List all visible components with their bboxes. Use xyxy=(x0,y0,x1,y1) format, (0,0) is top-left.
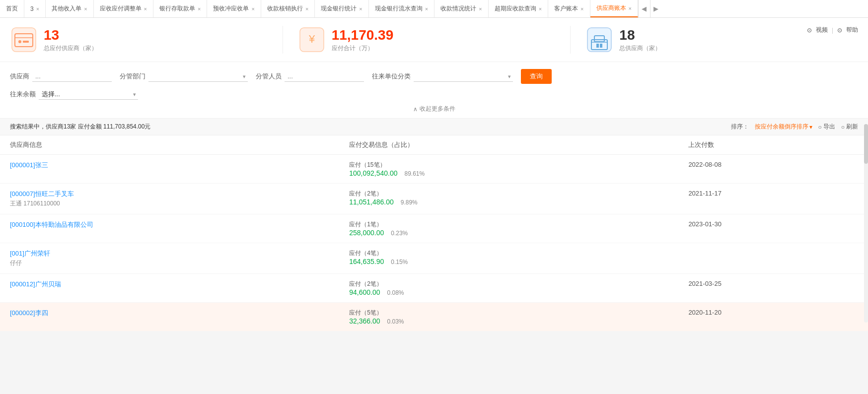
close-icon[interactable]: × xyxy=(36,6,39,12)
nav-prev-arrow[interactable]: ◀ xyxy=(638,0,650,18)
query-button[interactable]: 查询 xyxy=(521,69,552,84)
nav-tab-home[interactable]: 首页 xyxy=(0,0,24,17)
tx-col: 应付（5笔）32,366.000.03% xyxy=(349,309,688,325)
nav-tab-collection-stat[interactable]: 收款情况统计 × xyxy=(434,0,488,17)
tx-label: 应付（15笔） xyxy=(349,161,688,169)
tx-amount[interactable]: 94,600.00 xyxy=(349,288,380,296)
person-input[interactable] xyxy=(285,71,364,82)
nav-tab-cash-bank-stat[interactable]: 现金银行统计 × xyxy=(315,0,368,17)
close-icon[interactable]: × xyxy=(425,6,428,12)
nav-tab-other-income[interactable]: 其他收入单 × xyxy=(46,0,93,17)
tx-amount[interactable]: 258,000.00 xyxy=(349,229,384,237)
close-icon[interactable]: × xyxy=(84,6,87,12)
data-table: 供应商信息 应付交易信息（占比） 上次付数 [000001]张三应付（15笔）1… xyxy=(0,135,868,331)
help-link[interactable]: 帮助 xyxy=(846,26,858,34)
svg-text:¥: ¥ xyxy=(308,33,315,45)
card2-value: 11,170.39 xyxy=(332,27,394,44)
tx-amount[interactable]: 164,635.90 xyxy=(349,258,384,265)
tx-col: 应付（15笔）100,092,540.0089.61% xyxy=(349,161,688,177)
summary-card-suppliers-payable: 13 总应付供应商（家） xyxy=(10,26,283,54)
last-pay-col xyxy=(688,249,858,267)
filter-dept: 分管部门 ▾ xyxy=(120,71,248,82)
close-icon[interactable]: × xyxy=(539,6,542,12)
nav-tab-customer-ledger[interactable]: 客户账本 × xyxy=(548,0,590,17)
supplier-name-link[interactable]: [001]广州荣轩 xyxy=(10,250,50,257)
dept-select[interactable] xyxy=(148,71,248,82)
supplier-name-link[interactable]: [000100]本特勤油品有限公司 xyxy=(10,221,93,228)
nav-next-arrow[interactable]: ▶ xyxy=(650,0,662,18)
supplier-name-link[interactable]: [000007]恒旺二手叉车 xyxy=(10,190,74,197)
filter-balance: 往来余额 选择... ▾ xyxy=(10,89,138,100)
close-icon[interactable]: × xyxy=(198,6,201,12)
refresh-button[interactable]: ○ 刷新 xyxy=(841,123,858,131)
scrollbar-track[interactable] xyxy=(864,124,868,323)
table-row: [000100]本特勤油品有限公司应付（1笔）258,000.000.23%20… xyxy=(0,214,868,243)
nav-tab-prepay-offset[interactable]: 预收冲应收单 × xyxy=(207,0,261,17)
supplier-label: 供应商 xyxy=(10,72,29,81)
last-pay-col: 2020-11-20 xyxy=(688,309,858,325)
tx-percent: 0.23% xyxy=(391,230,408,237)
video-link[interactable]: 视频 xyxy=(816,26,828,34)
tx-amount[interactable]: 32,366.00 xyxy=(349,317,380,325)
filter-row-1: 供应商 分管部门 ▾ 分管人员 往来单位分类 ▾ xyxy=(10,69,858,84)
tx-row: 100,092,540.0089.61% xyxy=(349,169,688,177)
result-actions: 排序： 按应付余额倒序排序 ▾ ○ 导出 ○ 刷新 xyxy=(731,123,859,131)
last-pay-date: 2021-11-17 xyxy=(688,190,722,197)
supplier-col: [000012]广州贝瑞 xyxy=(10,280,349,296)
close-icon[interactable]: × xyxy=(479,6,482,12)
scrollbar-thumb[interactable] xyxy=(864,124,868,164)
balance-select-wrapper: 选择... ▾ xyxy=(39,89,138,100)
export-icon: ○ xyxy=(818,124,822,131)
close-icon[interactable]: × xyxy=(359,6,362,12)
close-icon[interactable]: × xyxy=(580,6,583,12)
card3-label: 总供应商（家） xyxy=(619,44,661,53)
card2-content: 11,170.39 应付合计（万） xyxy=(332,27,394,53)
tx-label: 应付（1笔） xyxy=(349,220,688,229)
card3-value: 18 xyxy=(619,27,661,44)
supplier-name-link[interactable]: [000001]张三 xyxy=(10,161,48,169)
nav-tab-bank-deposit[interactable]: 银行存取款单 × xyxy=(153,0,207,17)
close-icon[interactable]: × xyxy=(305,6,308,12)
payable-total-icon: ¥ xyxy=(298,26,326,54)
svg-rect-11 xyxy=(600,44,602,48)
close-icon[interactable]: × xyxy=(144,6,147,12)
nav-tab-cash-bank-flow[interactable]: 现金银行流水查询 × xyxy=(369,0,434,17)
unit-class-select[interactable] xyxy=(414,71,513,82)
tx-amount[interactable]: 11,051,486.00 xyxy=(349,198,394,206)
nav-tab-3[interactable]: 3 × xyxy=(24,0,46,17)
nav-tab-supplier-ledger[interactable]: 供应商账本 × xyxy=(590,0,638,17)
supplier-name-link[interactable]: [000002]李四 xyxy=(10,309,48,317)
supplier-sub-info: 王通 17106110000 xyxy=(10,199,349,208)
nav-tab-ar-ap-adjust[interactable]: 应收应付调整单 × xyxy=(94,0,153,17)
close-icon[interactable]: × xyxy=(629,5,632,11)
balance-select[interactable]: 选择... xyxy=(39,89,138,100)
summary-bar: 13 总应付供应商（家） ¥ 11,170.39 应付合计（万） xyxy=(0,18,868,62)
tx-label: 应付（5笔） xyxy=(349,309,688,317)
supplier-name-link[interactable]: [000012]广州贝瑞 xyxy=(10,280,61,288)
result-bar: 搜索结果中，供应商13家 应付金额 111,703,854.00元 排序： 按应… xyxy=(0,119,868,135)
col-header-supplier: 供应商信息 xyxy=(10,140,349,149)
summary-card-payable-total: ¥ 11,170.39 应付合计（万） xyxy=(298,26,571,54)
balance-label: 往来余额 xyxy=(10,90,36,99)
close-icon[interactable]: × xyxy=(251,6,254,12)
tx-row: 164,635.900.15% xyxy=(349,258,688,265)
table-row: [000007]恒旺二手叉车王通 17106110000应付（2笔）11,051… xyxy=(0,184,868,214)
table-body: [000001]张三应付（15笔）100,092,540.0089.61%202… xyxy=(0,155,868,331)
tx-amount[interactable]: 100,092,540.00 xyxy=(349,169,397,177)
svg-point-3 xyxy=(18,40,21,43)
last-pay-date: 2020-11-20 xyxy=(688,309,722,316)
table-header: 供应商信息 应付交易信息（占比） 上次付数 xyxy=(0,135,868,155)
export-button[interactable]: ○ 导出 xyxy=(818,123,835,131)
result-text: 搜索结果中，供应商13家 应付金额 111,703,854.00元 xyxy=(10,123,150,130)
supplier-input[interactable] xyxy=(32,71,112,82)
tx-label: 应付（2笔） xyxy=(349,280,688,288)
filter-person: 分管人员 xyxy=(256,71,364,82)
help-icon: ⊙ xyxy=(837,27,842,34)
collapse-button[interactable]: ∧ 收起更多条件 xyxy=(413,105,455,113)
nav-tab-collection-exec[interactable]: 收款核销执行 × xyxy=(261,0,315,17)
last-pay-date: 2021-03-25 xyxy=(688,280,722,287)
refresh-icon: ○ xyxy=(841,124,845,131)
sort-button[interactable]: 按应付余额倒序排序 ▾ xyxy=(755,123,812,131)
nav-tab-overdue-ar[interactable]: 超期应收款查询 × xyxy=(489,0,548,17)
supplier-col: [000002]李四 xyxy=(10,309,349,325)
